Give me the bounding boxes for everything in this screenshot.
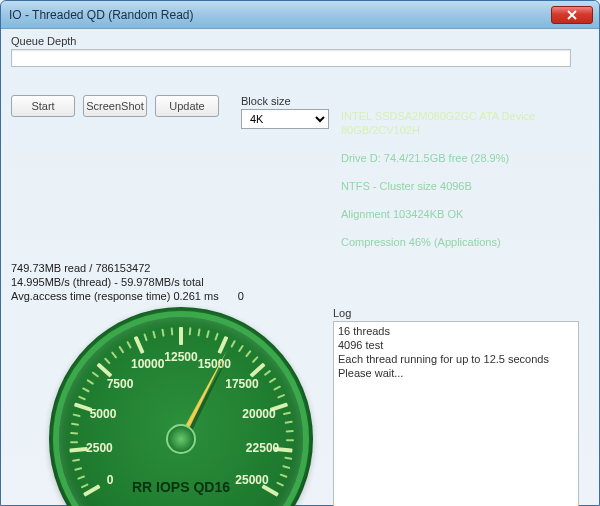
log-area: Log [333,307,579,506]
gauge-minor-tick [70,441,78,443]
device-compression: Compression 46% (Applications) [341,236,501,248]
app-window: IO - Threaded QD (Random Read) Queue Dep… [0,0,600,506]
device-fs: NTFS - Cluster size 4096B [341,180,472,192]
controls-row: Start ScreenShot Update Block size 4K IN… [11,95,589,249]
log-label: Log [333,307,579,319]
gauge-tick-label: 15000 [189,357,239,371]
block-size-group: Block size 4K [241,95,329,129]
gauge-tick-label: 2500 [74,441,124,455]
stat-latency: Avg.access time (response time) 0.261 ms [11,290,219,302]
gauge-minor-tick [70,432,78,434]
stat-speed: 14.995MB/s (thread) - 59.978MB/s total [11,275,589,289]
device-drive: Drive D: 74.4/21.5GB free (28.9%) [341,152,509,164]
iops-gauge: 0250050007500100001250015000175002000022… [49,307,313,506]
block-size-label: Block size [241,95,329,107]
gauge-tick-label: 7500 [95,377,145,391]
gauge-tick-label: 20000 [234,407,284,421]
content-area: Queue Depth Start ScreenShot Update Bloc… [1,29,599,505]
device-alignment: Alignment 103424KB OK [341,208,463,220]
gauge-title: RR IOPS QD16 [49,479,313,495]
stats-panel: 749.73MB read / 786153472 14.995MB/s (th… [11,261,589,303]
gauge-tick [179,327,183,345]
title-bar[interactable]: IO - Threaded QD (Random Read) [1,1,599,29]
stat-read: 749.73MB read / 786153472 [11,261,589,275]
queue-depth-label: Queue Depth [11,35,589,47]
lower-panel: 0250050007500100001250015000175002000022… [11,307,589,506]
stat-counter: 0 [238,289,244,303]
gauge-tick-label: 22500 [238,441,288,455]
update-button[interactable]: Update [155,95,219,117]
gauge-tick-label: 5000 [78,407,128,421]
block-size-select[interactable]: 4K [241,109,329,129]
screenshot-button[interactable]: ScreenShot [83,95,147,117]
window-title: IO - Threaded QD (Random Read) [7,8,551,22]
log-textarea[interactable] [333,321,579,506]
device-model: INTEL SSDSA2M080G2GC ATA Device 80GB/2CV… [341,110,535,136]
start-button[interactable]: Start [11,95,75,117]
queue-depth-slider[interactable] [11,49,571,67]
close-icon [567,10,577,20]
close-button[interactable] [551,6,593,24]
gauge-tick-label: 17500 [217,377,267,391]
gauge-hub [166,424,196,454]
device-info-panel: INTEL SSDSA2M080G2GC ATA Device 80GB/2CV… [341,95,571,249]
